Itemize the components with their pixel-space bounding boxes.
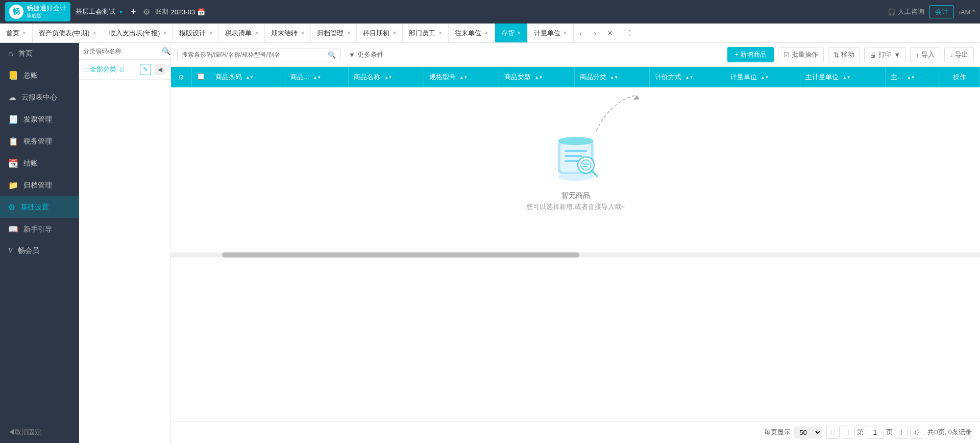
empty-title: 暂无商品: [561, 191, 590, 200]
tab-template-label: 模版设计: [179, 29, 206, 38]
tab-subject-close[interactable]: ×: [393, 30, 396, 37]
more-conditions-button[interactable]: ▼ 更多条件: [345, 48, 388, 61]
sidebar-unpin-button[interactable]: ◀取消固定: [0, 422, 79, 443]
tab-home[interactable]: 首页 ×: [0, 24, 33, 43]
tab-unit[interactable]: 计量单位 ×: [528, 24, 574, 43]
top-header: 畅 畅捷通好会计 旗舰版 基层工会测试 ▼ + ⚙ 账期 2023-03 📅 🎧…: [0, 0, 980, 24]
tab-archive-close[interactable]: ×: [347, 30, 350, 37]
th-num[interactable]: 主... ▲▼: [886, 67, 939, 87]
tab-next-button[interactable]: ›: [588, 24, 602, 43]
tab-template-close[interactable]: ×: [209, 30, 212, 37]
category-collapse-button[interactable]: ◀: [154, 64, 165, 75]
sidebar-item-home[interactable]: ⌂ 首页: [0, 43, 79, 64]
tab-subject[interactable]: 科目期初 ×: [357, 24, 403, 43]
tab-inventory[interactable]: 存货 ×: [495, 24, 528, 43]
category-edit-button[interactable]: ✎: [140, 64, 151, 75]
tab-period-end-close[interactable]: ×: [301, 30, 304, 37]
sidebar-item-reports[interactable]: ☁ 云报表中心: [0, 86, 79, 108]
tab-balance[interactable]: 资产负债表(中期) ×: [33, 24, 103, 43]
tab-income[interactable]: 收入支出表(年报) ×: [103, 24, 174, 43]
first-page-button[interactable]: ⟨⟨: [826, 426, 840, 439]
tab-tax-close[interactable]: ×: [255, 30, 258, 37]
page-number-input[interactable]: 1: [866, 426, 884, 439]
settings-icon[interactable]: ⚙: [143, 7, 150, 17]
tab-supplier[interactable]: 往来单位 ×: [449, 24, 495, 43]
horizontal-scrollbar[interactable]: [171, 252, 980, 258]
tab-income-close[interactable]: ×: [163, 30, 166, 37]
th-main-unit[interactable]: 主计量单位 ▲▼: [800, 67, 886, 87]
th-unit[interactable]: 计量单位 ▲▼: [725, 67, 800, 87]
th-checkbox[interactable]: [191, 67, 210, 87]
svg-point-9: [581, 160, 591, 170]
tab-supplier-close[interactable]: ×: [484, 30, 488, 37]
right-content: 🔍 ▼ 更多条件 + 新增商品 ☑ 批量操作 ⇅: [171, 43, 980, 443]
tab-balance-close[interactable]: ×: [93, 30, 96, 37]
svg-rect-5: [565, 155, 582, 157]
th-name[interactable]: 商品名称 ▲▼: [349, 67, 424, 87]
calendar-icon[interactable]: 📅: [197, 8, 205, 16]
home-icon: ⌂: [8, 49, 13, 58]
new-product-button[interactable]: + 新增商品: [727, 47, 774, 62]
sidebar-item-home-label: 首页: [18, 49, 33, 58]
tab-close-all-button[interactable]: ×: [602, 24, 619, 43]
print-label: 打印: [878, 50, 892, 59]
tab-inventory-close[interactable]: ×: [518, 30, 521, 37]
batch-ops-button[interactable]: ☑ 批量操作: [778, 47, 824, 62]
tab-dept-close[interactable]: ×: [438, 30, 442, 37]
page-navigation: ⟨⟨ ⟨ 第 1 页 ⟩ ⟩⟩: [826, 426, 923, 439]
consult-button[interactable]: 🎧 人工咨询: [888, 7, 924, 16]
sidebar-item-closing[interactable]: 📆 结账: [0, 152, 79, 174]
next-page-button[interactable]: ⟩: [895, 426, 908, 439]
export-button[interactable]: ↓ 导出: [944, 47, 974, 62]
reports-icon: ☁: [8, 92, 16, 102]
sidebar-item-guide[interactable]: 📖 新手引导: [0, 218, 79, 240]
all-category-row[interactable]: :: 全部分类 ☑ ✎ ◀: [79, 60, 170, 80]
import-button[interactable]: ↑ 导入: [910, 47, 940, 62]
iam-label: iAM *: [959, 8, 975, 16]
main-unit-sort-icon: ▲▼: [843, 76, 851, 80]
all-category-label: 全部分类: [90, 65, 116, 74]
prev-page-button[interactable]: ⟨: [842, 426, 855, 439]
tab-prev-button[interactable]: ‹: [574, 24, 588, 43]
sidebar-item-invoice[interactable]: 🧾 发票管理: [0, 108, 79, 130]
sidebar-item-settings[interactable]: ⚙ 基础设置: [0, 196, 79, 218]
tab-unit-close[interactable]: ×: [564, 30, 567, 37]
th-settings[interactable]: ⚙: [171, 67, 191, 87]
filter-search-input[interactable]: [182, 51, 326, 58]
last-page-button[interactable]: ⟩⟩: [910, 426, 923, 439]
tab-dept[interactable]: 部门员工 ×: [403, 24, 449, 43]
th-code[interactable]: 商品... ▲▼: [285, 67, 348, 87]
tab-expand-button[interactable]: ⛶: [619, 24, 635, 43]
th-type[interactable]: 商品类型 ▲▼: [499, 67, 574, 87]
sidebar-item-member[interactable]: V 畅会员: [0, 240, 79, 262]
tab-archive[interactable]: 归档管理 ×: [311, 24, 357, 43]
sidebar-item-archive[interactable]: 📁 归档管理: [0, 174, 79, 196]
inventory-page: 🔍 :: 全部分类 ☑ ✎ ◀ 🔍: [79, 43, 980, 443]
tab-template[interactable]: 模版设计 ×: [173, 24, 219, 43]
tab-unit-label: 计量单位: [534, 29, 560, 38]
category-search-input[interactable]: [83, 48, 160, 55]
th-num-label: 主...: [891, 73, 903, 81]
main-layout: ⌂ 首页 📒 总账 ☁ 云报表中心 🧾 发票管理 📋 税务管理 📆 结账 📁 归…: [0, 43, 980, 443]
th-spec[interactable]: 规格型号 ▲▼: [424, 67, 499, 87]
scrollbar-thumb[interactable]: [222, 252, 579, 258]
sidebar-item-tax[interactable]: 📋 税务管理: [0, 130, 79, 152]
tab-archive-label: 归档管理: [317, 29, 344, 38]
page-size-select[interactable]: 20 50 100: [794, 427, 822, 438]
th-price-method[interactable]: 计价方式 ▲▼: [650, 67, 725, 87]
tab-period-end[interactable]: 期末结转 ×: [265, 24, 311, 43]
tab-tax[interactable]: 税表清单 ×: [219, 24, 265, 43]
account-button[interactable]: 会计: [929, 5, 954, 18]
add-company-button[interactable]: +: [129, 7, 138, 17]
print-button[interactable]: 🖨 打印 ▼: [864, 47, 906, 62]
th-category[interactable]: 商品分类 ▲▼: [574, 67, 649, 87]
move-button[interactable]: ⇅ 移动: [828, 47, 860, 62]
tab-home-close[interactable]: ×: [22, 30, 26, 37]
sidebar-item-ledger[interactable]: 📒 总账: [0, 64, 79, 86]
th-barcode[interactable]: 商品条码 ▲▼: [210, 67, 285, 87]
company-selector[interactable]: 基层工会测试 ▼: [76, 7, 124, 16]
svg-rect-11: [583, 164, 589, 165]
select-all-checkbox[interactable]: [198, 73, 204, 80]
filter-search-icon[interactable]: 🔍: [328, 51, 336, 59]
category-search-icon[interactable]: 🔍: [162, 47, 170, 55]
